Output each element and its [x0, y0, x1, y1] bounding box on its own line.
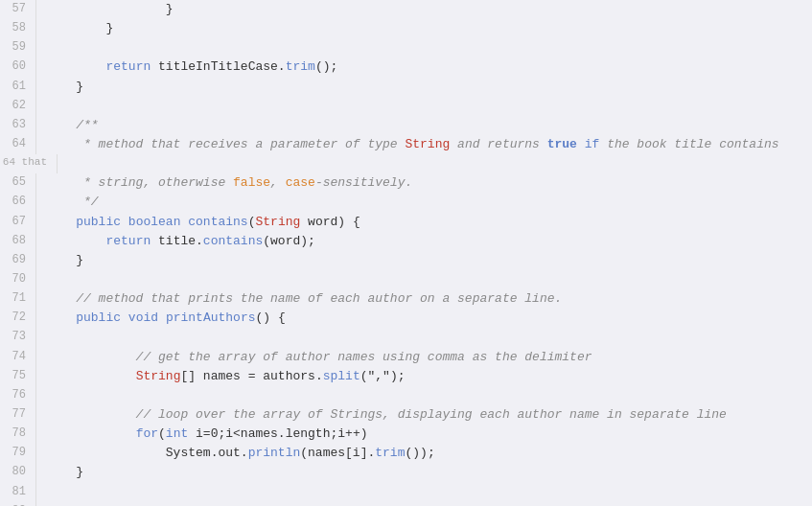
code-line: 75 String[] names = authors.split(","); — [0, 367, 812, 386]
line-content: * method that receives a parameter of ty… — [36, 135, 812, 154]
line-number: 77 — [0, 405, 36, 425]
code-line: 79 System.out.println(names[i].trim()); — [0, 444, 812, 463]
line-content: return title.contains(word); — [36, 232, 812, 251]
line-content: /** — [36, 116, 812, 135]
code-line: 76 — [0, 386, 812, 405]
line-content — [58, 154, 812, 173]
line-number: 76 — [0, 386, 36, 405]
code-line: 69 } — [0, 251, 812, 270]
code-editor: 57 }58 }59 60 return titleInTitleCase.tr… — [0, 0, 812, 506]
line-content: */ — [36, 193, 812, 212]
line-content — [36, 38, 812, 58]
line-content: // get the array of author names using c… — [36, 348, 812, 367]
code-line: 67 public boolean contains(String word) … — [0, 213, 812, 232]
code-line: 80 } — [0, 463, 812, 482]
line-number: 73 — [0, 328, 36, 347]
code-line: 59 — [0, 38, 812, 58]
code-line: 58 } — [0, 19, 812, 38]
code-line: 72 public void printAuthors() { — [0, 309, 812, 328]
code-line: 64 * method that receives a parameter of… — [0, 135, 812, 154]
line-content: // loop over the array of Strings, displ… — [36, 405, 812, 425]
line-content — [36, 97, 812, 116]
code-line: 73 — [0, 328, 812, 347]
line-content: * string, otherwise false, case-sensitiv… — [36, 173, 812, 193]
code-line: 82} — [0, 502, 812, 506]
line-content: } — [36, 0, 812, 19]
line-number: 80 — [0, 463, 36, 482]
line-number: 75 — [0, 367, 36, 386]
line-content: } — [36, 502, 812, 506]
line-number: 58 — [0, 19, 36, 38]
code-line: 60 return titleInTitleCase.trim(); — [0, 58, 812, 77]
line-content: } — [36, 463, 812, 482]
line-content: } — [36, 19, 812, 38]
line-content: System.out.println(names[i].trim()); — [36, 444, 812, 463]
line-number: 59 — [0, 38, 36, 58]
line-content — [36, 386, 812, 405]
line-number: 57 — [0, 0, 36, 19]
line-number: 64 — [0, 135, 36, 154]
line-content: return titleInTitleCase.trim(); — [36, 58, 812, 77]
line-number: 79 — [0, 444, 36, 463]
line-number: 65 — [0, 173, 36, 193]
line-number: 62 — [0, 97, 36, 116]
line-content: public void printAuthors() { — [36, 309, 812, 328]
line-number: 61 — [0, 78, 36, 97]
line-content: // method that prints the name of each a… — [36, 289, 812, 309]
line-number: 71 — [0, 289, 36, 309]
code-line: 77 // loop over the array of Strings, di… — [0, 405, 812, 425]
line-content — [36, 483, 812, 502]
code-line: 61 } — [0, 78, 812, 97]
code-line: 66 */ — [0, 193, 812, 212]
code-line: 68 return title.contains(word); — [0, 232, 812, 251]
code-line: 64 that — [0, 154, 812, 173]
line-number: 60 — [0, 58, 36, 77]
line-content — [36, 328, 812, 347]
line-content: String[] names = authors.split(","); — [36, 367, 812, 386]
line-number: 70 — [0, 270, 36, 289]
line-number: 81 — [0, 483, 36, 502]
line-content: public boolean contains(String word) { — [36, 213, 812, 232]
code-line: 62 — [0, 97, 812, 116]
line-number: 74 — [0, 348, 36, 367]
line-content: } — [36, 78, 812, 97]
line-number: 68 — [0, 232, 36, 251]
line-content: } — [36, 251, 812, 270]
code-line: 63 /** — [0, 116, 812, 135]
line-number: 64 that — [0, 154, 58, 173]
code-line: 81 — [0, 483, 812, 502]
line-number: 78 — [0, 425, 36, 444]
line-content — [36, 270, 812, 289]
code-line: 71 // method that prints the name of eac… — [0, 289, 812, 309]
line-number: 82 — [0, 502, 36, 506]
code-line: 70 — [0, 270, 812, 289]
line-content: for(int i=0;i<names.length;i++) — [36, 425, 812, 444]
line-number: 66 — [0, 193, 36, 212]
code-line: 65 * string, otherwise false, case-sensi… — [0, 173, 812, 193]
line-number: 69 — [0, 251, 36, 270]
line-number: 63 — [0, 116, 36, 135]
line-number: 67 — [0, 213, 36, 232]
code-line: 74 // get the array of author names usin… — [0, 348, 812, 367]
line-number: 72 — [0, 309, 36, 328]
code-line: 57 } — [0, 0, 812, 19]
code-line: 78 for(int i=0;i<names.length;i++) — [0, 425, 812, 444]
